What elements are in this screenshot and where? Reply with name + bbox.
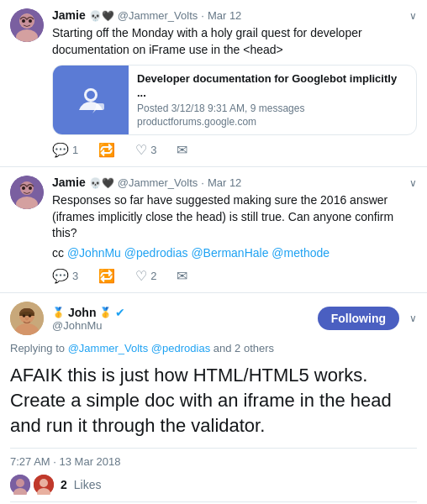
tweet-2-actions: 💬 3 🔁 ♡ 2 ✉ [52,268,417,284]
reply-to: Replying to @Jammer_Volts @pedrodias and… [10,342,417,354]
retweet-action-2[interactable]: 🔁 [98,268,115,284]
reply-count-2: 3 [72,270,78,282]
tweet-2-date: Mar 12 [208,176,241,189]
like-action-1[interactable]: ♡ 3 [135,142,156,158]
svg-point-14 [29,186,32,190]
john-emoji-prefix: 🥇 [52,307,65,318]
tweet-2-chevron[interactable]: ∨ [409,177,417,189]
svg-rect-9 [96,103,104,110]
link-card-title: Developer documentation for Googlebot im… [137,72,408,101]
dm-action-1[interactable]: ✉ [177,142,187,158]
dm-icon-2: ✉ [177,268,187,284]
liker-avatar-1 [10,475,30,495]
link-card-domain: productforums.google.com [137,116,408,128]
reply-action-2[interactable]: 💬 3 [52,268,78,284]
john-name-row: 🥇 John 🥇 ✔ [52,306,125,319]
following-button[interactable]: Following [318,307,399,330]
avatar-john[interactable] [10,302,44,335]
like-action-2[interactable]: ♡ 2 [135,268,156,284]
john-username: John [68,306,96,319]
tweet-1-body: Starting off the Monday with a holy grai… [52,25,417,58]
tweet-1-link-card[interactable]: Developer documentation for Googlebot im… [52,65,417,135]
mention-berman[interactable]: @BermanHale [191,246,268,260]
liker-avatar-2 [34,475,54,495]
like-icon-2: ♡ [135,268,147,284]
tweet-2-mentions: cc @JohnMu @pedrodias @BermanHale @metho… [52,245,329,262]
tweet-2: Jamie 💀🖤 @Jammer_Volts · Mar 12 ∨ Respon… [0,167,427,293]
svg-point-22 [16,479,24,487]
reply-mention-jammer[interactable]: @Jammer_Volts [68,342,149,354]
retweet-action-1[interactable]: 🔁 [98,142,115,158]
svg-point-25 [40,479,48,487]
reply-icon-1: 💬 [52,142,69,158]
svg-point-4 [22,19,25,23]
tweet-1-badges: 💀🖤 [89,10,114,22]
tweet-2-header: Jamie 💀🖤 @Jammer_Volts · Mar 12 ∨ [52,176,417,189]
expanded-tweet-chevron[interactable]: ∨ [409,312,417,324]
likes-count: 2 [61,478,67,491]
tweet-2-handle[interactable]: @Jammer_Volts [118,176,198,189]
expanded-tweet-header: 🥇 John 🥇 ✔ @JohnMu Following ∨ [10,302,417,335]
expanded-tweet-body: AFAIK this is just how HTML/HTML5 works.… [10,363,417,438]
svg-point-13 [22,186,25,190]
svg-point-5 [29,19,32,23]
verified-icon: ✔ [115,306,125,319]
link-card-content: Developer documentation for Googlebot im… [129,66,416,134]
tweet-1-dot: · [201,9,204,22]
tweet-1-actions: 💬 1 🔁 ♡ 3 ✉ [52,142,417,158]
tweet-1-chevron[interactable]: ∨ [409,10,417,22]
link-card-meta: Posted 3/12/18 9:31 AM, 9 messages [137,102,408,114]
like-count-1: 3 [150,144,156,156]
likes-row: 2 Likes [10,475,417,502]
mention-methode[interactable]: @methode [271,246,329,260]
tweet-1-date: Mar 12 [208,9,241,22]
expanded-tweet: 🥇 John 🥇 ✔ @JohnMu Following ∨ Replying … [0,293,427,504]
reply-mention-pedro[interactable]: @pedrodias [151,342,210,354]
reply-count-1: 1 [72,144,78,156]
john-info: 🥇 John 🥇 ✔ @JohnMu [52,306,125,332]
svg-point-20 [29,315,32,318]
dm-action-2[interactable]: ✉ [177,268,187,284]
tweet-2-content: Jamie 💀🖤 @Jammer_Volts · Mar 12 ∨ Respon… [52,176,417,284]
reply-action-1[interactable]: 💬 1 [52,142,78,158]
dm-icon-1: ✉ [177,142,187,158]
john-emoji-suffix: 🥇 [99,307,112,318]
like-count-2: 2 [150,270,156,282]
expanded-tweet-left: 🥇 John 🥇 ✔ @JohnMu [10,302,125,335]
mention-johnmu[interactable]: @JohnMu [67,246,121,260]
tweet-1-content: Jamie 💀🖤 @Jammer_Volts · Mar 12 ∨ Starti… [52,8,417,158]
tweet-1-header: Jamie 💀🖤 @Jammer_Volts · Mar 12 ∨ [52,8,417,22]
john-handle[interactable]: @JohnMu [52,319,125,332]
avatar-jamie-2[interactable] [10,176,44,209]
tweet-2-dot: · [201,176,204,189]
likes-label: Likes [74,478,102,491]
tweet-1-username: Jamie [52,8,86,22]
like-icon-1: ♡ [135,142,147,158]
tweet-2-body-text: Responses so far have suggested making s… [52,193,393,239]
reply-icon-2: 💬 [52,268,69,284]
svg-point-19 [23,315,26,318]
mention-pedro[interactable]: @pedrodias [124,246,188,260]
like-avatars [10,475,54,495]
svg-point-8 [87,91,95,99]
retweet-icon-2: 🔁 [98,268,115,284]
tweet-1: Jamie 💀🖤 @Jammer_Volts · Mar 12 ∨ Starti… [0,0,427,167]
link-card-image [53,66,129,134]
tweet-2-badges: 💀🖤 [89,177,114,189]
expanded-timestamp: 7:27 AM · 13 Mar 2018 [10,448,417,468]
tweet-2-body: Responses so far have suggested making s… [52,192,417,261]
avatar-jamie-1[interactable] [10,8,44,42]
retweet-icon-1: 🔁 [98,142,115,158]
tweet-2-username: Jamie [52,176,86,189]
tweet-1-handle[interactable]: @Jammer_Volts [118,9,198,22]
